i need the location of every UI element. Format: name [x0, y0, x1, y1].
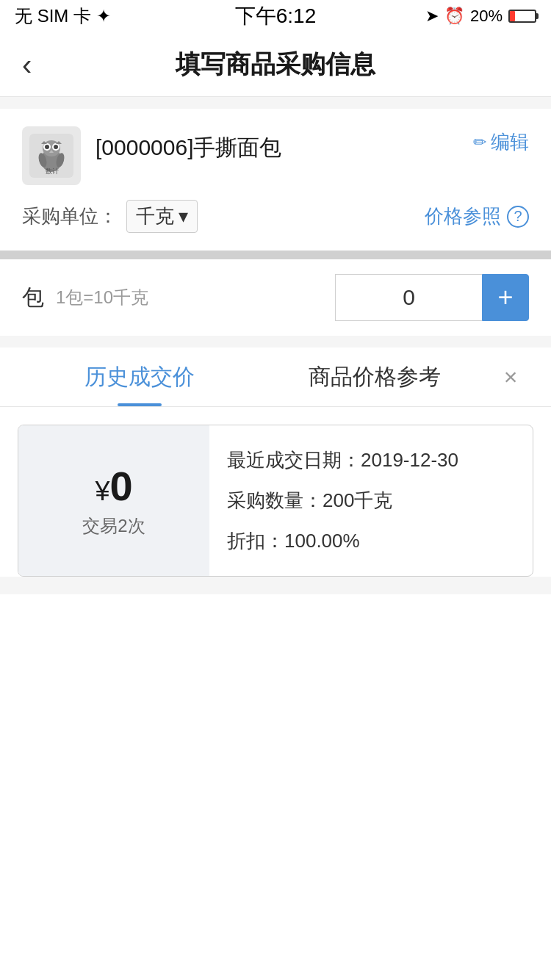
purchase-qty-label: 采购数量： — [227, 489, 323, 511]
purchase-qty-row: 采购数量：200千克 — [227, 486, 515, 515]
price-value: 0 — [109, 463, 132, 509]
quantity-description: 1包=10千克 — [56, 286, 148, 309]
price-reference-button[interactable]: 价格参照 ? — [425, 203, 529, 229]
status-time: 下午6:12 — [235, 2, 317, 30]
price-left-panel: ¥0 交易2次 — [18, 425, 209, 576]
edit-label: 编辑 — [491, 129, 529, 155]
status-left: 无 SIM 卡 ✦ — [15, 4, 111, 28]
quantity-control: 0 + — [335, 274, 529, 321]
svg-point-5 — [45, 145, 49, 149]
currency-symbol: ¥ — [95, 476, 109, 506]
tab-active-indicator — [118, 403, 162, 406]
price-card: ¥0 交易2次 最近成交日期：2019-12-30 采购数量：200千克 折扣：… — [18, 425, 533, 577]
unit-value: 千克 — [136, 203, 174, 229]
tab-price-reference[interactable]: 商品价格参考 — [257, 347, 492, 406]
quantity-label: 包 1包=10千克 — [22, 283, 148, 313]
tabs-header: 历史成交价 商品价格参考 × — [0, 347, 551, 407]
unit-label: 采购单位： 千克 ▾ — [22, 200, 198, 233]
back-button[interactable]: ‹ — [22, 50, 32, 79]
quantity-unit: 包 — [22, 283, 44, 313]
product-card: 数计 [0000006]手撕面包 ✏ 编辑 采购单位： 千克 ▾ 价格参照 — [0, 109, 551, 251]
recent-date-row: 最近成交日期：2019-12-30 — [227, 446, 515, 475]
location-icon: ➤ — [425, 7, 439, 26]
product-header: 数计 [0000006]手撕面包 ✏ 编辑 — [22, 126, 529, 185]
alarm-icon: ⏰ — [444, 7, 464, 26]
quantity-input[interactable]: 0 — [335, 274, 482, 321]
recent-date-value: 2019-12-30 — [361, 449, 458, 471]
battery-percent: 20% — [470, 7, 503, 26]
price-ref-label: 价格参照 — [425, 203, 501, 229]
discount-label: 折扣： — [227, 530, 284, 552]
product-unit-row: 采购单位： 千克 ▾ 价格参照 ? — [22, 200, 529, 233]
price-right-panel: 最近成交日期：2019-12-30 采购数量：200千克 折扣：100.00% — [209, 425, 533, 576]
plus-icon: + — [497, 282, 513, 313]
purchase-qty-value: 200千克 — [323, 489, 392, 511]
tab-price-label: 商品价格参考 — [309, 362, 441, 392]
edit-icon: ✏ — [473, 133, 486, 152]
price-amount: ¥0 — [95, 464, 132, 509]
nav-bar: ‹ 填写商品采购信息 — [0, 32, 551, 97]
discount-value: 100.00% — [284, 530, 360, 552]
tab-history-label: 历史成交价 — [84, 362, 195, 392]
tabs-section: 历史成交价 商品价格参考 × ¥0 交易2次 最近成交日期：2019-12-30… — [0, 347, 551, 577]
main-content-area — [0, 594, 551, 980]
dropdown-icon: ▾ — [179, 205, 188, 228]
close-icon: × — [504, 364, 518, 391]
svg-point-6 — [54, 145, 58, 149]
sim-label: 无 SIM 卡 ✦ — [15, 4, 111, 28]
recent-date-label: 最近成交日期： — [227, 449, 361, 471]
trade-count: 交易2次 — [82, 514, 145, 538]
quantity-value: 0 — [403, 285, 415, 310]
page-title: 填写商品采购信息 — [176, 48, 375, 82]
discount-row: 折扣：100.00% — [227, 527, 515, 555]
tab-history-price[interactable]: 历史成交价 — [22, 347, 257, 406]
product-info: 数计 [0000006]手撕面包 — [22, 126, 281, 185]
edit-button[interactable]: ✏ 编辑 — [473, 126, 529, 155]
section-divider — [0, 251, 551, 259]
product-name-row: [0000006]手撕面包 — [96, 126, 281, 163]
quantity-plus-button[interactable]: + — [482, 274, 529, 321]
help-icon: ? — [507, 206, 529, 228]
svg-text:数计: 数计 — [46, 167, 59, 175]
product-name: [0000006]手撕面包 — [96, 126, 281, 163]
unit-text: 采购单位： — [22, 203, 118, 229]
status-right: ➤ ⏰ 20% — [425, 7, 536, 26]
product-thumbnail: 数计 — [22, 126, 81, 185]
unit-select[interactable]: 千克 ▾ — [126, 200, 198, 233]
product-image: 数计 — [29, 134, 73, 178]
quantity-row: 包 1包=10千克 0 + — [0, 259, 551, 336]
close-tab-button[interactable]: × — [492, 359, 529, 395]
status-bar: 无 SIM 卡 ✦ 下午6:12 ➤ ⏰ 20% — [0, 0, 551, 32]
battery-indicator — [508, 10, 536, 23]
